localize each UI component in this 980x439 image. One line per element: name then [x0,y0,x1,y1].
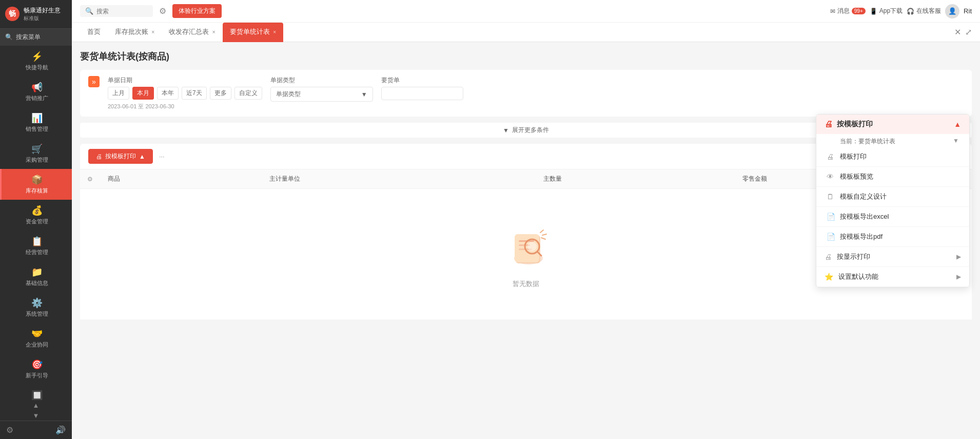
messages-label: 消息 [837,7,850,15]
sidebar-item-finance[interactable]: 💰 资金管理 [0,200,72,231]
printer-icon: 🖨 [825,120,833,129]
filter-date-more[interactable]: 更多 [210,87,231,100]
sidebar-logo: 畅 畅康通好生意 标准版 [0,0,72,29]
topbar-search-input[interactable] [96,8,148,15]
tab-batch-account-label: 库存批次账 [115,27,148,36]
print-current-label: 当前：要货单统计表 ▼ [816,134,969,147]
template-preview-item[interactable]: 👁 模板板预览 [816,167,969,187]
display-print-section[interactable]: 🖨 按显示打印 ▶ [816,247,969,267]
filter-date-range: 2023-06-01 至 2023-06-30 [108,103,262,110]
col-settings[interactable]: ⚙ [80,169,101,189]
dropdown-chevron-icon[interactable]: ▲ [954,120,961,128]
settings-icon[interactable]: ⚙ [159,6,166,16]
template-print-label: 模板打印 [840,152,867,161]
filter-bar: » 单据日期 上月 本月 本年 近7天 更多 自定义 2023-06-01 至 … [80,70,972,117]
nav-icon-inventory: 📦 [31,174,43,185]
nav-icon-newuser: 🎯 [31,359,43,370]
messages-badge: 99+ [852,8,866,14]
topbar-search-box[interactable]: 🔍 [80,5,153,17]
sidebar-scroll-down[interactable]: ▼ [0,410,72,421]
messages-btn[interactable]: ✉ 消息 99+ [830,7,866,15]
nav-label-purchase: 采购管理 [26,156,48,164]
sidebar-item-newuser[interactable]: 🎯 新手引导 [0,354,72,385]
filter-date-custom[interactable]: 自定义 [234,87,262,100]
template-preview-label: 模板板预览 [840,172,873,181]
set-default-chevron-icon: ▶ [956,273,961,280]
filter-date-7days[interactable]: 近7天 [182,87,207,100]
online-service-icon: 🎧 [907,8,914,15]
template-export-pdf-label: 按模板导出pdf [840,232,883,241]
trial-btn[interactable]: 体验行业方案 [172,4,222,18]
sidebar-item-system[interactable]: ⚙️ 系统管理 [0,292,72,323]
main-content: 🔍 ⚙ 体验行业方案 ✉ 消息 99+ 📱 App下载 🎧 在线客服 👤 Rit [72,0,980,439]
tab-receipt-summary[interactable]: 收发存汇总表 × [162,23,222,42]
user-avatar[interactable]: 👤 [945,4,959,18]
template-custom-icon: 🗒 [827,193,835,201]
print-template-btn[interactable]: 🖨 按模板打印 ▲ [88,149,153,164]
nav-label-newuser: 新手引导 [26,372,48,379]
template-print-item[interactable]: 🖨 模板打印 [816,147,969,167]
filter-type-label: 单据类型 [270,76,373,85]
filter-expand-btn[interactable]: » [88,76,100,87]
tab-order-stats-close[interactable]: × [273,29,276,35]
app-badge: 标准版 [24,15,61,22]
filter-date-this-month[interactable]: 本月 [132,87,154,100]
sidebar-item-operation[interactable]: 📋 经营管理 [0,231,72,261]
template-export-pdf-item[interactable]: 📄 按模板导出pdf [816,227,969,247]
search-icon: 🔍 [5,33,13,41]
filter-date-last-month[interactable]: 上月 [108,87,129,100]
sidebar-item-sales[interactable]: 📊 销售管理 [0,107,72,138]
user-name: Rit [964,7,972,15]
nav-label-marketing: 营销推广 [26,94,48,102]
order-num-field[interactable] [387,90,448,97]
tab-home[interactable]: 首页 [80,23,108,42]
sidebar-item-purchase[interactable]: 🛒 采购管理 [0,138,72,169]
nav-label-enterprise: 企业协同 [26,341,48,349]
tab-expand-icon[interactable]: ⤢ [965,27,972,37]
nav-icon-operation: 📋 [31,236,43,247]
filter-type-dropdown[interactable]: 单据类型 ▼ [270,87,373,102]
template-export-excel-item[interactable]: 📄 按模板导出excel [816,207,969,227]
tab-close-all-icon[interactable]: ✕ [954,27,961,37]
table-settings-icon[interactable]: ⚙ [87,176,93,183]
nav-label-operation: 经营管理 [26,249,48,256]
sidebar-item-basic[interactable]: 📁 基础信息 [0,261,72,292]
sidebar-item-appcenter[interactable]: 🔲 应用中心 [0,385,72,400]
empty-text: 暂无数据 [513,279,539,289]
template-export-excel-label: 按模板导出excel [840,212,889,221]
nav-label-inventory: 库存核算 [26,187,48,195]
app-download-btn[interactable]: 📱 App下载 [870,7,903,15]
filter-order-num-input[interactable] [381,87,463,100]
sidebar-item-enterprise[interactable]: 🤝 企业协同 [0,323,72,354]
filter-date-this-year[interactable]: 本年 [157,87,179,100]
svg-line-10 [542,234,546,235]
display-print-icon: 🖨 [825,253,832,261]
nav-label-system: 系统管理 [26,310,48,318]
online-service-btn[interactable]: 🎧 在线客服 [907,7,941,15]
more-options-icon[interactable]: ··· [159,152,165,160]
nav-label-basic: 基础信息 [26,279,48,287]
sidebar-nav: ⚡ 快捷导航 📢 营销推广 📊 销售管理 🛒 采购管理 📦 库存核算 💰 资金管… [0,46,72,400]
sidebar-search[interactable]: 🔍 搜索菜单 [0,29,72,46]
app-download-icon: 📱 [870,8,877,15]
set-default-icon: ⭐ [825,273,833,281]
filter-order-num-label: 要货单 [381,76,463,85]
tab-order-stats[interactable]: 要货单统计表 × [223,23,283,42]
sidebar-item-shortcut[interactable]: ⚡ 快捷导航 [0,46,72,77]
set-default-section[interactable]: ⭐ 设置默认功能 ▶ [816,267,969,287]
settings-icon[interactable]: ⚙ [6,425,13,435]
sidebar-item-marketing[interactable]: 📢 营销推广 [0,77,72,107]
tab-batch-account[interactable]: 库存批次账 × [108,23,162,42]
tab-batch-account-close[interactable]: × [151,29,154,35]
template-preview-icon: 👁 [827,173,835,181]
print-dropdown-title: 按模板打印 [837,120,873,129]
filter-date-group: 单据日期 上月 本月 本年 近7天 更多 自定义 2023-06-01 至 20… [108,76,262,110]
print-chevron-up-icon: ▲ [139,153,145,160]
volume-icon[interactable]: 🔊 [55,425,66,435]
display-print-section-left: 🖨 按显示打印 [825,252,870,261]
filter-date-label: 单据日期 [108,76,262,85]
sidebar-scroll-up[interactable]: ▲ [0,400,72,410]
tab-receipt-summary-close[interactable]: × [212,29,215,35]
template-custom-item[interactable]: 🗒 模板自定义设计 [816,187,969,207]
sidebar-item-inventory[interactable]: 📦 库存核算 [0,169,72,200]
